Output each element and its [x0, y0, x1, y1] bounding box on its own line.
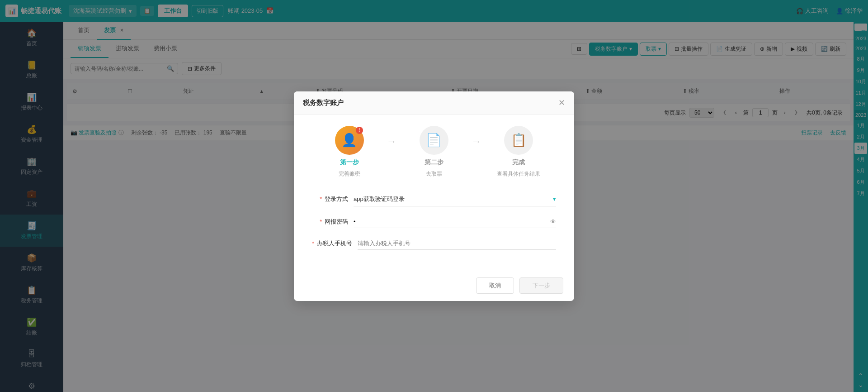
modal-overlay: 税务数字账户 ✕ 👤 ! 第一步 完善账密 →	[0, 0, 868, 392]
step-1: 👤 ! 第一步 完善账密	[312, 126, 387, 178]
step-arrow-2: →	[472, 126, 481, 148]
step-2-desc: 去取票	[426, 170, 442, 178]
password-input-wrap[interactable]: 👁	[354, 215, 556, 228]
phone-input[interactable]	[358, 237, 556, 250]
login-method-label: * 登录方式	[312, 195, 348, 203]
modal-body: 👤 ! 第一步 完善账密 → 📄 第二步 去取票 →	[294, 115, 574, 270]
step-3-icon: 📋	[511, 133, 527, 148]
modal-title: 税务数字账户	[303, 99, 344, 107]
step-2-label: 第二步	[425, 158, 443, 167]
modal-footer: 取消 下一步	[294, 270, 574, 301]
eye-icon[interactable]: 👁	[550, 218, 556, 225]
next-button[interactable]: 下一步	[519, 277, 563, 294]
step-2-icon: 📄	[426, 133, 442, 148]
phone-field: * 办税人手机号	[312, 237, 556, 250]
select-arrow-icon: ▾	[553, 196, 556, 202]
step-1-icon-wrap: 👤 !	[335, 126, 364, 155]
step-1-icon: 👤	[341, 133, 357, 148]
password-input[interactable]	[354, 218, 550, 225]
tax-digital-modal: 税务数字账户 ✕ 👤 ! 第一步 完善账密 →	[294, 91, 574, 301]
step-2: 📄 第二步 去取票	[396, 126, 471, 178]
login-method-field: * 登录方式 app获取验证码登录 ▾	[312, 192, 556, 206]
step-3-label: 完成	[512, 158, 525, 167]
login-method-select[interactable]: app获取验证码登录 ▾	[354, 192, 556, 206]
phone-label: * 办税人手机号	[312, 239, 352, 248]
step-1-label: 第一步	[340, 158, 359, 167]
steps-row: 👤 ! 第一步 完善账密 → 📄 第二步 去取票 →	[312, 126, 556, 178]
modal-header: 税务数字账户 ✕	[294, 91, 574, 115]
cancel-button[interactable]: 取消	[476, 277, 514, 294]
step-2-icon-wrap: 📄	[420, 126, 448, 155]
step-arrow-1: →	[387, 126, 396, 148]
modal-close-btn[interactable]: ✕	[558, 99, 565, 107]
password-field: * 网报密码 👁	[312, 215, 556, 228]
password-label: * 网报密码	[312, 218, 348, 226]
step-3-desc: 查看具体任务结果	[497, 170, 540, 178]
step-3: 📋 完成 查看具体任务结果	[481, 126, 556, 178]
step-1-badge: !	[356, 127, 363, 134]
step-3-icon-wrap: 📋	[504, 126, 533, 155]
step-1-desc: 完善账密	[339, 170, 360, 178]
